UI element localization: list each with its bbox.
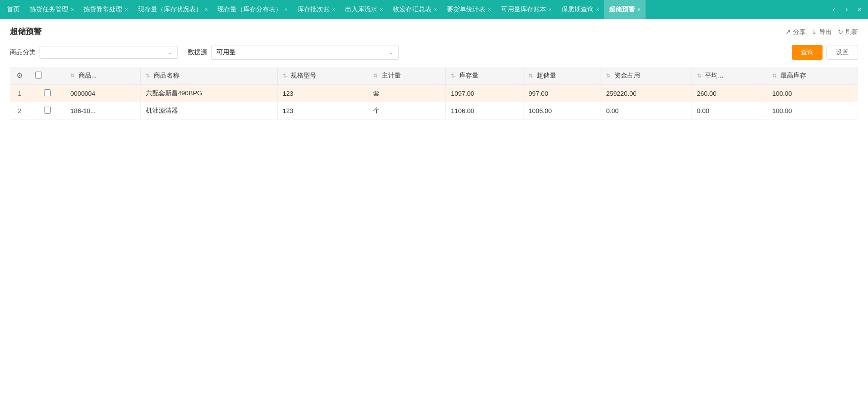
stock: 1097.00 bbox=[446, 85, 523, 102]
close-tab-abnormal[interactable]: × bbox=[125, 6, 128, 12]
close-tab-quality-check[interactable]: × bbox=[596, 6, 599, 12]
product-name: 六配套新昌490BPG bbox=[140, 85, 277, 102]
nav-item-available-account[interactable]: 可用量库存账本 × bbox=[496, 0, 557, 19]
query-button[interactable]: 查询 bbox=[792, 45, 823, 60]
th-capital[interactable]: 资金占用 bbox=[601, 67, 692, 85]
th-product-name[interactable]: 商品名称 bbox=[140, 67, 277, 85]
nav-item-quality-check[interactable]: 保质期查询 × bbox=[557, 0, 604, 19]
avg: 260.00 bbox=[692, 85, 767, 102]
table-header: ⚙ 商品... 商品名称 规格型号 主计量 库存量 bbox=[10, 67, 858, 85]
gear-icon[interactable]: ⚙ bbox=[16, 71, 23, 79]
datasource-filter: 数据源 可用量 ⌄ bbox=[188, 45, 399, 60]
nav-bar: 首页 拣货任务管理 × 拣货异常处理 × 现存量（库存状况表） × 现存量（库存… bbox=[0, 0, 868, 19]
close-tab-inout-flow[interactable]: × bbox=[380, 6, 383, 12]
overstock: 997.00 bbox=[523, 85, 601, 102]
product-code: 0000004 bbox=[65, 85, 141, 102]
datasource-select-value: 可用量 bbox=[217, 48, 236, 57]
page-title: 超储预警 bbox=[10, 27, 42, 37]
spec: 123 bbox=[277, 85, 368, 102]
product-code: 186-10... bbox=[65, 102, 141, 119]
nav-next-button[interactable]: › bbox=[840, 0, 853, 19]
export-icon: ⇓ bbox=[812, 28, 817, 36]
row-number: 2 bbox=[10, 102, 30, 119]
close-tab-order-stats[interactable]: × bbox=[488, 6, 491, 12]
nav-close-all-button[interactable]: × bbox=[853, 0, 866, 19]
overstock: 1006.00 bbox=[523, 102, 601, 119]
share-button[interactable]: ↗ 分享 bbox=[785, 28, 806, 37]
max-stock: 100.00 bbox=[767, 102, 858, 119]
refresh-button[interactable]: ↻ 刷新 bbox=[838, 28, 858, 37]
header-actions: ↗ 分享 ⇓ 导出 ↻ 刷新 bbox=[785, 28, 858, 37]
th-avg[interactable]: 平均... bbox=[692, 67, 767, 85]
row-number: 1 bbox=[10, 85, 30, 102]
table-body: 1 0000004 六配套新昌490BPG 123 套 1097.00 997.… bbox=[10, 85, 858, 119]
datasource-chevron-icon: ⌄ bbox=[389, 49, 393, 56]
page-header: 超储预警 ↗ 分享 ⇓ 导出 ↻ 刷新 bbox=[10, 27, 858, 37]
row-checkbox[interactable] bbox=[44, 107, 51, 114]
nav-item-abnormal[interactable]: 拣货异常处理 × bbox=[79, 0, 132, 19]
category-chevron-icon: ⌄ bbox=[168, 49, 173, 56]
close-tab-available-account[interactable]: × bbox=[549, 6, 552, 12]
unit: 个 bbox=[368, 102, 446, 119]
close-tab-overstock-warning[interactable]: × bbox=[637, 6, 640, 12]
max-stock: 100.00 bbox=[767, 85, 858, 102]
nav-prev-button[interactable]: ‹ bbox=[827, 0, 840, 19]
filter-actions: 查询 设置 bbox=[792, 45, 858, 60]
nav-item-order-stats[interactable]: 要货单统计表 × bbox=[442, 0, 496, 19]
close-tab-inventory-dist[interactable]: × bbox=[284, 6, 287, 12]
th-spec[interactable]: 规格型号 bbox=[277, 67, 368, 85]
row-checkbox[interactable] bbox=[44, 89, 51, 96]
close-tab-inventory-status[interactable]: × bbox=[205, 6, 208, 12]
close-tab-task-mgmt[interactable]: × bbox=[71, 6, 74, 12]
th-checkbox[interactable] bbox=[30, 67, 65, 85]
category-select[interactable]: ⌄ bbox=[40, 46, 178, 59]
export-button[interactable]: ⇓ 导出 bbox=[812, 28, 832, 37]
row-checkbox-cell[interactable] bbox=[30, 102, 65, 119]
unit: 套 bbox=[368, 85, 446, 102]
th-max-stock[interactable]: 最高库存 bbox=[767, 67, 858, 85]
th-product-code[interactable]: 商品... bbox=[65, 67, 141, 85]
settings-button[interactable]: 设置 bbox=[826, 45, 858, 60]
category-label: 商品分类 bbox=[10, 48, 36, 57]
nav-item-inventory-status[interactable]: 现存量（库存状况表） × bbox=[133, 0, 213, 19]
category-filter: 商品分类 ⌄ bbox=[10, 46, 178, 59]
main-content: 超储预警 ↗ 分享 ⇓ 导出 ↻ 刷新 商品分类 ⌄ 数据源 bbox=[0, 19, 868, 395]
table-row: 2 186-10... 机油滤清器 123 个 1106.00 1006.00 … bbox=[10, 102, 858, 119]
close-tab-batch-account[interactable]: × bbox=[332, 6, 335, 12]
nav-item-receive-send[interactable]: 收发存汇总表 × bbox=[388, 0, 442, 19]
th-stock[interactable]: 库存量 bbox=[446, 67, 523, 85]
refresh-icon: ↻ bbox=[838, 28, 843, 36]
th-unit[interactable]: 主计量 bbox=[368, 67, 446, 85]
datasource-label: 数据源 bbox=[188, 48, 207, 57]
share-icon: ↗ bbox=[785, 28, 791, 36]
nav-item-task-mgmt[interactable]: 拣货任务管理 × bbox=[25, 0, 79, 19]
data-table: ⚙ 商品... 商品名称 规格型号 主计量 库存量 bbox=[10, 67, 858, 119]
capital: 259220.00 bbox=[601, 85, 692, 102]
nav-item-batch-account[interactable]: 库存批次账 × bbox=[293, 0, 340, 19]
row-checkbox-cell[interactable] bbox=[30, 85, 65, 102]
product-name: 机油滤清器 bbox=[140, 102, 277, 119]
th-settings[interactable]: ⚙ bbox=[10, 67, 30, 85]
stock: 1106.00 bbox=[446, 102, 523, 119]
th-overstock[interactable]: 超储量 bbox=[523, 67, 601, 85]
nav-item-inout-flow[interactable]: 出入库流水 × bbox=[340, 0, 388, 19]
nav-item-inventory-dist[interactable]: 现存量（库存分布表） × bbox=[213, 0, 292, 19]
table-row: 1 0000004 六配套新昌490BPG 123 套 1097.00 997.… bbox=[10, 85, 858, 102]
nav-item-overstock-warning[interactable]: 超储预警 × bbox=[604, 0, 645, 19]
datasource-select[interactable]: 可用量 ⌄ bbox=[211, 45, 399, 60]
avg: 0.00 bbox=[692, 102, 767, 119]
select-all-checkbox[interactable] bbox=[35, 72, 42, 79]
nav-arrows: ‹ › × bbox=[827, 0, 866, 19]
spec: 123 bbox=[277, 102, 368, 119]
capital: 0.00 bbox=[601, 102, 692, 119]
filter-row: 商品分类 ⌄ 数据源 可用量 ⌄ 查询 设置 bbox=[10, 45, 858, 60]
close-tab-receive-send[interactable]: × bbox=[434, 6, 437, 12]
nav-item-home[interactable]: 首页 bbox=[2, 0, 25, 19]
